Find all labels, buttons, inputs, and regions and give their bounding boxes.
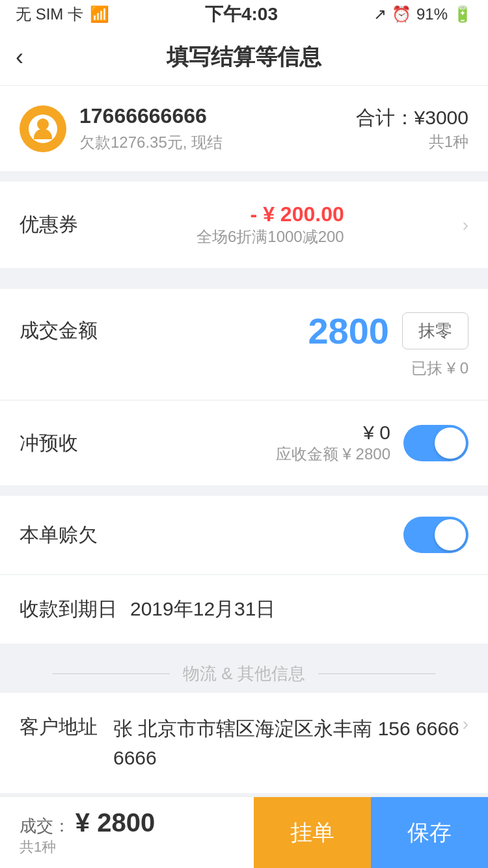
- due-date-section: 收款到期日 2019年12月31日: [0, 575, 488, 644]
- status-bar: 无 SIM 卡 📶 下午4:03 ↗ ⏰ 91% 🔋: [0, 0, 488, 29]
- wifi-icon: 📶: [90, 5, 109, 23]
- page-title: 填写结算等信息: [167, 42, 321, 72]
- logistics-separator: 物流 & 其他信息: [0, 654, 488, 693]
- summary-deal-label: 成交：: [20, 816, 70, 835]
- battery-text: 91%: [416, 5, 448, 23]
- deal-sub-text: 已抹 ¥ 0: [411, 359, 468, 377]
- deal-amount-section: 成交金额 2800 抹零 已抹 ¥ 0: [0, 289, 488, 400]
- round-zero-button[interactable]: 抹零: [402, 312, 468, 349]
- pre-receive-right: ¥ 0 应收金额 ¥ 2800: [276, 422, 468, 465]
- total-amount: 合计：¥3000: [356, 105, 468, 131]
- address-section: 客户地址 张 北京市市辖区海淀区永丰南 156 6666 6666 ›: [0, 693, 488, 793]
- pre-receive-sub: 应收金额 ¥ 2800: [276, 444, 390, 465]
- address-value: 张 北京市市辖区海淀区永丰南 156 6666 6666: [113, 714, 463, 772]
- address-label: 客户地址: [20, 714, 98, 740]
- pre-receive-label: 冲预收: [20, 430, 78, 457]
- battery-icon: 🔋: [453, 5, 472, 23]
- status-time: 下午4:03: [205, 2, 278, 27]
- status-left: 无 SIM 卡 📶: [16, 4, 109, 25]
- toggle-knob: [435, 427, 466, 459]
- bottom-summary: 成交： ¥ 2800 共1种: [0, 808, 254, 857]
- hold-order-button[interactable]: 挂单: [254, 797, 371, 869]
- logistics-sep-inner: 物流 & 其他信息: [53, 662, 435, 685]
- due-date-value: 2019年12月31日: [130, 596, 275, 623]
- summary-count: 共1种: [20, 837, 234, 857]
- deal-amount-label: 成交金额: [20, 318, 98, 344]
- coupon-desc: 全场6折满1000减200: [197, 226, 344, 247]
- deal-amount-value: 2800: [308, 310, 389, 352]
- pre-amount-group: ¥ 0 应收金额 ¥ 2800: [276, 422, 390, 465]
- pre-receive-toggle[interactable]: [403, 425, 468, 461]
- alarm-icon: ⏰: [392, 5, 411, 23]
- coupon-section: 优惠券 - ¥ 200.00 全场6折满1000减200 ›: [0, 182, 488, 268]
- debt-toggle[interactable]: [403, 517, 468, 553]
- address-row[interactable]: 客户地址 张 北京市市辖区海淀区永丰南 156 6666 6666 ›: [20, 714, 468, 772]
- pre-receive-row: 冲预收 ¥ 0 应收金额 ¥ 2800: [20, 422, 468, 465]
- customer-left: 17666666666 欠款1276.35元, 现结: [20, 104, 223, 153]
- gray-divider-2: [0, 485, 488, 496]
- debt-label: 本单赊欠: [20, 522, 98, 549]
- summary-row: 成交： ¥ 2800: [20, 808, 234, 837]
- pre-receive-amount: ¥ 0: [276, 422, 390, 444]
- status-right: ↗ ⏰ 91% 🔋: [373, 5, 472, 23]
- save-button[interactable]: 保存: [371, 797, 488, 869]
- chevron-right-icon: ›: [463, 215, 468, 236]
- coupon-amount: - ¥ 200.00: [197, 202, 344, 226]
- coupon-right: - ¥ 200.00 全场6折满1000减200: [197, 202, 344, 247]
- due-date-row: 收款到期日 2019年12月31日: [20, 596, 468, 623]
- main-content: 17666666666 欠款1276.35元, 现结 合计：¥3000 共1种 …: [0, 86, 488, 868]
- customer-card: 17666666666 欠款1276.35元, 现结 合计：¥3000 共1种: [0, 86, 488, 171]
- customer-info: 17666666666 欠款1276.35元, 现结: [79, 104, 223, 153]
- bottom-bar: 成交： ¥ 2800 共1种 挂单 保存: [0, 796, 488, 868]
- customer-right: 合计：¥3000 共1种: [356, 105, 468, 152]
- sep-line-right: [318, 673, 435, 674]
- coupon-row[interactable]: 优惠券 - ¥ 200.00 全场6折满1000减200 ›: [0, 182, 488, 268]
- gray-divider-1: [0, 278, 488, 289]
- debt-toggle-knob: [435, 519, 466, 550]
- due-date-label: 收款到期日: [20, 596, 117, 623]
- pre-receive-section: 冲预收 ¥ 0 应收金额 ¥ 2800: [0, 400, 488, 485]
- coupon-label: 优惠券: [20, 211, 78, 238]
- avatar: [20, 105, 66, 152]
- nav-bar: ‹ 填写结算等信息: [0, 29, 488, 86]
- customer-sub-text: 欠款1276.35元, 现结: [79, 132, 223, 153]
- avatar-icon: [29, 115, 57, 143]
- deal-amount-group: 2800 抹零: [308, 310, 468, 352]
- address-chevron-icon: ›: [463, 714, 468, 735]
- summary-deal-amount: ¥ 2800: [75, 808, 155, 837]
- sim-status: 无 SIM 卡: [16, 4, 83, 25]
- debt-row: 本单赊欠: [20, 517, 468, 553]
- total-count: 共1种: [356, 131, 468, 152]
- back-button[interactable]: ‹: [16, 44, 23, 71]
- customer-phone: 17666666666: [79, 104, 223, 128]
- debt-section: 本单赊欠: [0, 496, 488, 574]
- sep-line-left: [53, 673, 170, 674]
- deal-amount-row: 成交金额 2800 抹零: [20, 310, 468, 352]
- location-icon: ↗: [373, 5, 386, 23]
- logistics-label: 物流 & 其他信息: [183, 662, 305, 685]
